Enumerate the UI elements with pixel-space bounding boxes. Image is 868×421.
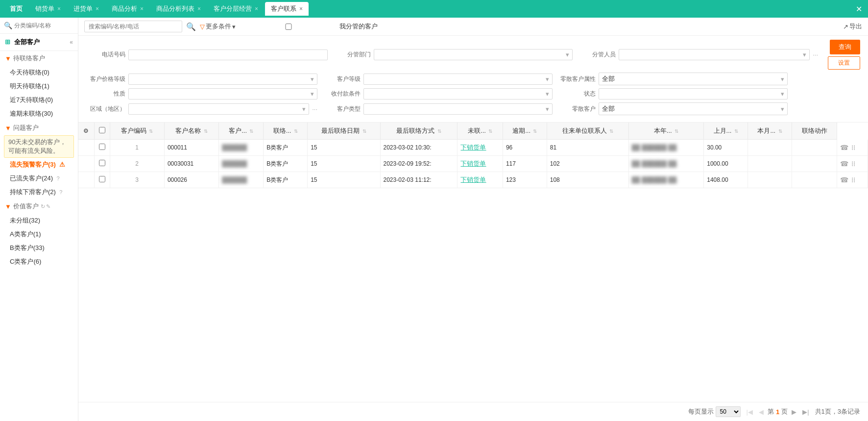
action-more-icon-0[interactable]: ⁞⁞ <box>851 144 855 151</box>
payment-select[interactable]: ▾ <box>363 88 553 99</box>
close-tab-product-analysis[interactable]: × <box>140 5 144 12</box>
edit-icon[interactable]: ✎ <box>46 203 50 210</box>
last-method-link-1[interactable]: 下销货单 <box>460 160 486 167</box>
person-more-button[interactable]: ··· <box>813 51 818 58</box>
price-level-select[interactable]: ▾ <box>128 74 317 85</box>
cell-checkbox-2[interactable] <box>94 172 110 188</box>
col-last-month[interactable]: 上月... ⇅ <box>704 123 748 140</box>
region-arrow-icon: ▾ <box>302 105 306 113</box>
region-more-button[interactable]: ··· <box>312 105 317 113</box>
col-contacts[interactable]: 联络... ⇅ <box>264 123 308 140</box>
all-customers-header[interactable]: ⊞ 全部客户 « <box>0 34 78 51</box>
sidebar-item-a-class[interactable]: A类客户(1) <box>0 227 78 241</box>
sort-icon-last-month: ⇅ <box>734 128 738 134</box>
group-problem-customers[interactable]: ▼ 问题客户 <box>0 121 78 135</box>
col-checkbox[interactable] <box>94 123 110 140</box>
collapse-icon[interactable]: « <box>70 39 73 46</box>
status-select[interactable]: ▾ <box>599 88 788 99</box>
sidebar-item-declining[interactable]: 持续下滑客户(2) ? <box>0 185 78 199</box>
customer-level-select[interactable]: ▾ <box>363 74 553 85</box>
group-pending-contact[interactable]: ▼ 待联络客户 <box>0 51 78 66</box>
tab-product-analysis[interactable]: 商品分析 × <box>106 2 149 16</box>
action-more-icon-1[interactable]: ⁞⁞ <box>851 160 855 168</box>
settings-button[interactable]: 设置 <box>828 56 860 70</box>
sidebar-item-today[interactable]: 今天待联络(0) <box>0 66 78 79</box>
row-checkbox-0[interactable] <box>99 144 105 150</box>
row-checkbox-2[interactable] <box>99 176 105 182</box>
sidebar-item-tomorrow[interactable]: 明天待联络(1) <box>0 79 78 93</box>
sidebar-item-c-class[interactable]: C类客户(6) <box>0 255 78 269</box>
close-tab-purchase[interactable]: × <box>96 5 99 12</box>
tab-customer-contact[interactable]: 客户联系 × <box>265 2 309 16</box>
col-code[interactable]: 客户编码 ⇅ <box>110 123 164 140</box>
tab-product-analysis-list[interactable]: 商品分析列表 × <box>150 2 207 16</box>
sidebar-item-overdue-contact[interactable]: 逾期未联络(30) <box>0 107 78 121</box>
prev-page-button[interactable]: ◀ <box>757 407 766 417</box>
export-button[interactable]: ↗ 导出 <box>843 22 862 31</box>
col-last-contact-date[interactable]: 最后联络日期 ⇅ <box>308 123 380 140</box>
page-suffix: 页 <box>781 407 788 416</box>
first-page-button[interactable]: |◀ <box>745 407 755 417</box>
sidebar-item-ungrouped[interactable]: 未分组(32) <box>0 214 78 227</box>
row-checkbox-1[interactable] <box>99 160 105 166</box>
nature-select[interactable]: ▾ <box>128 88 317 99</box>
dept-select[interactable]: ▾ <box>374 49 573 60</box>
more-conditions-button[interactable]: ▽ 更多条件 ▾ <box>200 22 236 31</box>
col-no-contact[interactable]: 未联... ⇅ <box>458 123 503 140</box>
col-this-month[interactable]: 本月... ⇅ <box>748 123 792 140</box>
col-contact-person[interactable]: 往来单位联系人 ⇅ <box>547 123 628 140</box>
per-page-select[interactable]: 50 100 200 <box>716 406 741 417</box>
phone-input[interactable] <box>128 50 328 60</box>
col-overdue[interactable]: 逾期... ⇅ <box>503 123 547 140</box>
group-value-customers[interactable]: ▼ 价值客户 ↻ ✎ <box>0 199 78 214</box>
next-page-button[interactable]: ▶ <box>790 407 798 417</box>
last-method-link-2[interactable]: 下销货单 <box>460 176 486 183</box>
cell-last-method-1[interactable]: 下销货单 <box>458 156 503 172</box>
total-records: 共1页，3条记录 <box>815 407 860 416</box>
tab-sales[interactable]: 销货单 × <box>29 2 67 16</box>
person-select[interactable]: ▾ <box>619 49 810 60</box>
select-all-checkbox[interactable] <box>99 127 105 133</box>
customer-type-select[interactable]: ▾ <box>363 103 553 115</box>
region-select[interactable]: ▾ <box>128 103 309 115</box>
scattered-attr-select[interactable]: 全部 ▾ <box>599 73 788 85</box>
search-button[interactable]: 🔍 <box>186 22 196 31</box>
cell-last-method-2[interactable]: 下销货单 <box>458 172 503 188</box>
cell-checkbox-0[interactable] <box>94 140 110 156</box>
cell-last-method-0[interactable]: 下销货单 <box>458 140 503 156</box>
query-button[interactable]: 查询 <box>830 40 860 54</box>
tab-purchase[interactable]: 进货单 × <box>68 2 105 16</box>
tab-customer-tier[interactable]: 客户分层经营 × <box>208 2 264 16</box>
tab-home[interactable]: 首页 <box>4 2 28 16</box>
scattered-select[interactable]: 全部 ▾ <box>599 102 788 115</box>
action-contact-icon-0[interactable]: ☎ <box>840 144 848 151</box>
close-tab-product-analysis-list[interactable]: × <box>197 5 201 12</box>
cell-this-month-1 <box>792 156 837 172</box>
col-this-year[interactable]: 本年... ⇅ <box>628 123 704 140</box>
col-settings[interactable]: ⚙ <box>78 123 94 140</box>
col-type[interactable]: 客户... ⇅ <box>219 123 264 140</box>
close-tab-customer-tier[interactable]: × <box>255 5 258 12</box>
my-customers-checkbox-label[interactable]: 我分管的客户 <box>240 22 378 31</box>
close-tab-customer-contact[interactable]: × <box>299 5 303 12</box>
col-name[interactable]: 客户名称 ⇅ <box>164 123 218 140</box>
my-customers-checkbox[interactable] <box>240 24 338 30</box>
action-contact-icon-2[interactable]: ☎ <box>840 176 848 184</box>
last-page-button[interactable]: ▶| <box>800 407 811 417</box>
action-more-icon-2[interactable]: ⁞⁞ <box>851 176 855 184</box>
sidebar-item-b-class[interactable]: B类客户(33) <box>0 241 78 255</box>
search-input[interactable] <box>84 21 182 32</box>
action-contact-icon-1[interactable]: ☎ <box>840 160 848 168</box>
cell-overdue-1: 102 <box>547 156 628 172</box>
sidebar-item-7days[interactable]: 近7天待联络(0) <box>0 93 78 107</box>
help-icon-declining: ? <box>59 189 62 195</box>
col-last-contact-method[interactable]: 最后联络方式 ⇅ <box>380 123 458 140</box>
sidebar-item-churned[interactable]: 已流失客户(24) ? <box>0 172 78 185</box>
sidebar-item-churn-warning[interactable]: 流失预警客户(3) ⚠ <box>0 158 78 172</box>
sidebar-search-input[interactable] <box>14 22 78 29</box>
close-all-button[interactable]: ✕ <box>854 2 864 16</box>
refresh-icon[interactable]: ↻ <box>41 203 45 210</box>
cell-checkbox-1[interactable] <box>94 156 110 172</box>
close-tab-sales[interactable]: × <box>57 5 61 12</box>
last-method-link-0[interactable]: 下销货单 <box>460 144 486 151</box>
